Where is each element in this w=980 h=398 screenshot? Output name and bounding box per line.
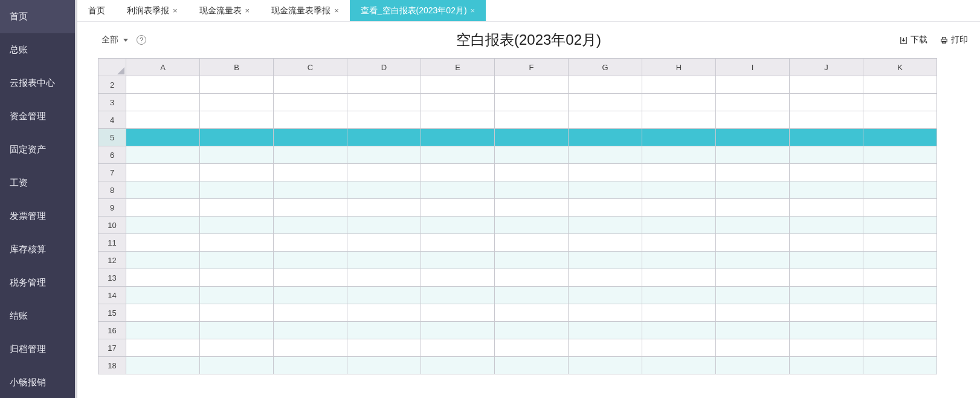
cell[interactable] xyxy=(790,217,863,234)
cell[interactable] xyxy=(569,217,642,234)
cell[interactable] xyxy=(495,252,569,269)
cell[interactable] xyxy=(126,199,200,217)
cell[interactable] xyxy=(790,322,863,339)
cell[interactable] xyxy=(347,269,421,287)
cell[interactable] xyxy=(716,287,790,304)
row-header[interactable]: 13 xyxy=(98,269,126,287)
cell[interactable] xyxy=(421,339,495,357)
sidebar-item-tax[interactable]: 税务管理 xyxy=(0,266,75,299)
cell[interactable] xyxy=(569,94,642,111)
cell[interactable] xyxy=(790,111,863,129)
cell[interactable] xyxy=(126,339,200,357)
cell[interactable] xyxy=(569,304,642,322)
column-header[interactable]: E xyxy=(421,59,495,76)
sidebar-item-archive[interactable]: 归档管理 xyxy=(0,333,75,366)
sidebar-item-funds[interactable]: 资金管理 xyxy=(0,100,75,133)
cell[interactable] xyxy=(569,234,642,252)
column-header[interactable]: D xyxy=(347,59,421,76)
cell[interactable] xyxy=(274,199,347,217)
cell[interactable] xyxy=(200,111,274,129)
cell[interactable] xyxy=(716,269,790,287)
cell[interactable] xyxy=(716,304,790,322)
cell[interactable] xyxy=(126,181,200,199)
cell[interactable] xyxy=(347,164,421,181)
cell[interactable] xyxy=(421,287,495,304)
cell[interactable] xyxy=(863,357,937,374)
cell[interactable] xyxy=(200,304,274,322)
row-header[interactable]: 6 xyxy=(98,146,126,164)
cell[interactable] xyxy=(863,304,937,322)
cell[interactable] xyxy=(347,252,421,269)
cell[interactable] xyxy=(347,304,421,322)
cell[interactable] xyxy=(642,199,716,217)
row-header[interactable]: 2 xyxy=(98,76,126,94)
close-icon[interactable]: × xyxy=(245,6,250,15)
cell[interactable] xyxy=(569,181,642,199)
cell[interactable] xyxy=(716,217,790,234)
tab-view-blank-report[interactable]: 查看_空白报表(2023年02月) × xyxy=(350,0,486,21)
column-header[interactable]: B xyxy=(200,59,274,76)
cell[interactable] xyxy=(274,252,347,269)
select-all-corner[interactable] xyxy=(98,59,126,76)
cell[interactable] xyxy=(200,164,274,181)
tab-cashflow[interactable]: 现金流量表 × xyxy=(189,0,261,21)
cell[interactable] xyxy=(642,234,716,252)
row-header[interactable]: 8 xyxy=(98,181,126,199)
cell[interactable] xyxy=(642,252,716,269)
cell[interactable] xyxy=(274,181,347,199)
row-header[interactable]: 18 xyxy=(98,357,126,374)
cell[interactable] xyxy=(126,234,200,252)
cell[interactable] xyxy=(421,217,495,234)
cell[interactable] xyxy=(863,287,937,304)
filter-dropdown[interactable]: 全部 ? xyxy=(102,34,146,45)
cell[interactable] xyxy=(200,339,274,357)
cell[interactable] xyxy=(863,129,937,146)
cell[interactable] xyxy=(863,252,937,269)
cell[interactable] xyxy=(421,164,495,181)
row-header[interactable]: 17 xyxy=(98,339,126,357)
cell[interactable] xyxy=(126,129,200,146)
cell[interactable] xyxy=(642,129,716,146)
cell[interactable] xyxy=(347,234,421,252)
cell[interactable] xyxy=(126,217,200,234)
row-header[interactable]: 10 xyxy=(98,217,126,234)
cell[interactable] xyxy=(790,164,863,181)
cell[interactable] xyxy=(274,287,347,304)
cell[interactable] xyxy=(863,111,937,129)
cell[interactable] xyxy=(495,164,569,181)
cell[interactable] xyxy=(200,129,274,146)
cell[interactable] xyxy=(274,164,347,181)
cell[interactable] xyxy=(126,94,200,111)
cell[interactable] xyxy=(200,199,274,217)
cell[interactable] xyxy=(421,94,495,111)
cell[interactable] xyxy=(642,164,716,181)
cell[interactable] xyxy=(421,234,495,252)
cell[interactable] xyxy=(863,164,937,181)
cell[interactable] xyxy=(200,287,274,304)
cell[interactable] xyxy=(274,339,347,357)
download-button[interactable]: 下载 xyxy=(899,34,927,45)
cell[interactable] xyxy=(569,146,642,164)
cell[interactable] xyxy=(716,129,790,146)
cell[interactable] xyxy=(642,94,716,111)
cell[interactable] xyxy=(200,181,274,199)
cell[interactable] xyxy=(495,199,569,217)
cell[interactable] xyxy=(569,129,642,146)
cell[interactable] xyxy=(716,234,790,252)
column-header[interactable]: F xyxy=(495,59,569,76)
close-icon[interactable]: × xyxy=(173,6,178,15)
sidebar-item-expense[interactable]: 小畅报销 xyxy=(0,366,75,398)
column-header[interactable]: A xyxy=(126,59,200,76)
row-header[interactable]: 14 xyxy=(98,287,126,304)
cell[interactable] xyxy=(569,287,642,304)
sidebar-item-fixed-assets[interactable]: 固定资产 xyxy=(0,133,75,166)
cell[interactable] xyxy=(200,76,274,94)
row-header[interactable]: 5 xyxy=(98,129,126,146)
cell[interactable] xyxy=(863,199,937,217)
tab-home[interactable]: 首页 xyxy=(77,0,116,21)
cell[interactable] xyxy=(126,322,200,339)
cell[interactable] xyxy=(421,357,495,374)
cell[interactable] xyxy=(863,76,937,94)
cell[interactable] xyxy=(569,339,642,357)
cell[interactable] xyxy=(716,252,790,269)
